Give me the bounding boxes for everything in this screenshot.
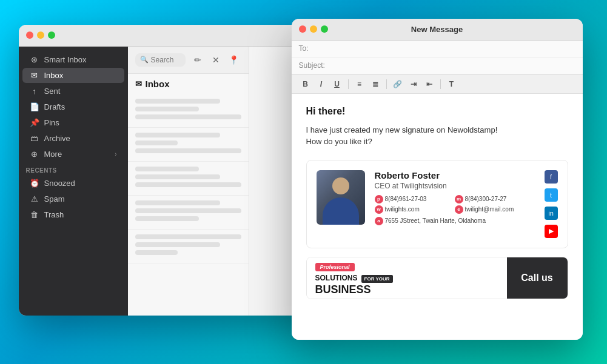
- signature-title: CEO at Twilightsvision: [375, 182, 530, 190]
- pin-icon[interactable]: 📍: [227, 53, 241, 67]
- recents-label: Recents: [19, 162, 128, 175]
- signature-website-row: w twilights.com: [375, 205, 450, 214]
- smart-inbox-icon: ⊛: [30, 55, 39, 64]
- more-chevron-icon: ›: [115, 151, 116, 157]
- sidebar-item-trash-label: Trash: [44, 210, 64, 219]
- sidebar-item-archive-label: Archive: [44, 134, 70, 143]
- compose-traffic-lights: [299, 25, 328, 33]
- banner-heading-wrap: Solutions FOR YOUR: [315, 274, 498, 284]
- italic-button[interactable]: I: [315, 78, 328, 91]
- email-line: [135, 174, 220, 179]
- underline-button[interactable]: U: [330, 78, 344, 91]
- indent-button[interactable]: ⇥: [407, 78, 420, 91]
- toolbar-separator-3: [440, 79, 441, 89]
- email-line: [135, 250, 178, 255]
- compose-fullscreen-button[interactable]: [321, 25, 328, 33]
- signature-website: twilights.com: [385, 206, 420, 213]
- fullscreen-button[interactable]: [48, 31, 55, 39]
- sidebar: ⊛ Smart Inbox ✉ Inbox ↑ Sent 📄 Drafts 📌: [19, 47, 128, 316]
- close-button[interactable]: [26, 31, 33, 39]
- close-panel-icon[interactable]: ✕: [209, 53, 223, 67]
- sidebar-item-pins[interactable]: 📌 Pins: [22, 115, 124, 130]
- email-line: [135, 182, 241, 187]
- signature-mobile: 8(84)300-27-27: [465, 196, 507, 202]
- compose-icon[interactable]: ✏: [190, 53, 205, 67]
- list-item[interactable]: [128, 196, 249, 230]
- email-line: [135, 99, 220, 104]
- facebook-social-icon[interactable]: f: [545, 170, 558, 184]
- sidebar-item-drafts[interactable]: 📄 Drafts: [22, 99, 124, 114]
- toolbar-separator-2: [386, 79, 387, 89]
- compose-toolbar: B I U ≡ ≣ 🔗 ⇥ ⇤ T: [292, 75, 583, 94]
- phone-contact-icon: p: [375, 195, 383, 204]
- drafts-icon: 📄: [30, 102, 39, 111]
- banner-solutions: Solutions: [315, 274, 358, 282]
- linkedin-social-icon[interactable]: in: [545, 207, 558, 220]
- list-item[interactable]: [128, 94, 249, 128]
- sidebar-item-inbox[interactable]: ✉ Inbox: [22, 68, 124, 83]
- scene: ⊛ Smart Inbox ✉ Inbox ↑ Sent 📄 Drafts 📌: [13, 13, 595, 352]
- inbox-header-label: ✉ Inbox: [128, 74, 249, 91]
- email-line: [135, 200, 220, 205]
- mail-app-window: ⊛ Smart Inbox ✉ Inbox ↑ Sent 📄 Drafts 📌: [19, 25, 316, 316]
- compose-titlebar: New Message: [292, 19, 583, 41]
- mobile-contact-icon: m: [455, 195, 463, 204]
- website-contact-icon: w: [375, 205, 383, 214]
- signature-phone-row: p 8(84)961-27-03: [375, 195, 450, 204]
- to-label: To:: [299, 44, 326, 53]
- sidebar-item-spam[interactable]: ⚠ Spam: [22, 191, 124, 207]
- banner-for-your: FOR YOUR: [361, 275, 393, 283]
- sidebar-item-snoozed-label: Snoozed: [44, 179, 75, 188]
- subject-input[interactable]: [330, 61, 575, 70]
- list-item[interactable]: [128, 230, 249, 263]
- sidebar-item-snoozed[interactable]: ⏰ Snoozed: [22, 176, 124, 191]
- banner-business: Business: [315, 284, 498, 295]
- youtube-social-icon[interactable]: ▶: [545, 225, 558, 238]
- link-button[interactable]: 🔗: [391, 78, 404, 91]
- sidebar-item-sent[interactable]: ↑ Sent: [22, 84, 124, 99]
- bullet-list-button[interactable]: ≡: [353, 78, 366, 91]
- sidebar-item-more[interactable]: ⊕ More ›: [22, 147, 124, 162]
- email-contact-icon: e: [455, 205, 463, 214]
- email-body-text: I have just created my new signature on …: [306, 124, 568, 148]
- email-signature: Roberto Foster CEO at Twilightsvision p …: [306, 160, 568, 248]
- subject-field-row: Subject:: [292, 58, 583, 74]
- outdent-button[interactable]: ⇤: [423, 78, 436, 91]
- search-bar[interactable]: 🔍: [135, 53, 186, 67]
- sidebar-item-trash[interactable]: 🗑 Trash: [22, 207, 124, 222]
- email-line: [135, 216, 199, 221]
- to-field-row: To:: [292, 41, 583, 58]
- inbox-title: Inbox: [146, 79, 170, 89]
- email-line: [135, 107, 199, 111]
- twitter-social-icon[interactable]: t: [545, 188, 558, 202]
- signature-phone: 8(84)961-27-03: [385, 196, 427, 202]
- font-button[interactable]: T: [445, 78, 458, 91]
- bold-button[interactable]: B: [299, 78, 312, 91]
- to-input[interactable]: [330, 44, 575, 53]
- sidebar-item-sent-label: Sent: [44, 87, 61, 96]
- signature-contacts: p 8(84)961-27-03 m 8(84)300-27-27 w twil…: [375, 195, 530, 225]
- compose-close-button[interactable]: [299, 25, 306, 33]
- sidebar-item-spam-label: Spam: [44, 194, 65, 204]
- search-input[interactable]: [151, 56, 181, 64]
- sidebar-item-smart-inbox[interactable]: ⊛ Smart Inbox: [22, 52, 124, 67]
- email-line: [135, 234, 241, 239]
- sidebar-item-archive[interactable]: 🗃 Archive: [22, 131, 124, 146]
- compose-body[interactable]: Hi there! I have just created my new sig…: [292, 94, 583, 340]
- numbered-list-button[interactable]: ≣: [369, 78, 382, 91]
- sent-icon: ↑: [30, 87, 39, 96]
- email-list-panel: 🔍 ✏ ✕ 📍 ✉ Inbox: [128, 47, 249, 316]
- list-item[interactable]: [128, 128, 249, 162]
- email-line: [135, 148, 241, 153]
- signature-info: Roberto Foster CEO at Twilightsvision p …: [375, 170, 530, 225]
- signature-mobile-row: m 8(84)300-27-27: [455, 195, 530, 204]
- signature-email: twilight@mail.com: [465, 206, 514, 213]
- address-contact-icon: a: [375, 217, 383, 225]
- email-items: [128, 91, 249, 316]
- minimize-button[interactable]: [37, 31, 44, 39]
- signature-email-row: e twilight@mail.com: [455, 205, 530, 214]
- list-item[interactable]: [128, 162, 249, 196]
- email-line: [135, 167, 199, 171]
- banner-cta-button[interactable]: Call us: [507, 257, 568, 299]
- compose-minimize-button[interactable]: [310, 25, 317, 33]
